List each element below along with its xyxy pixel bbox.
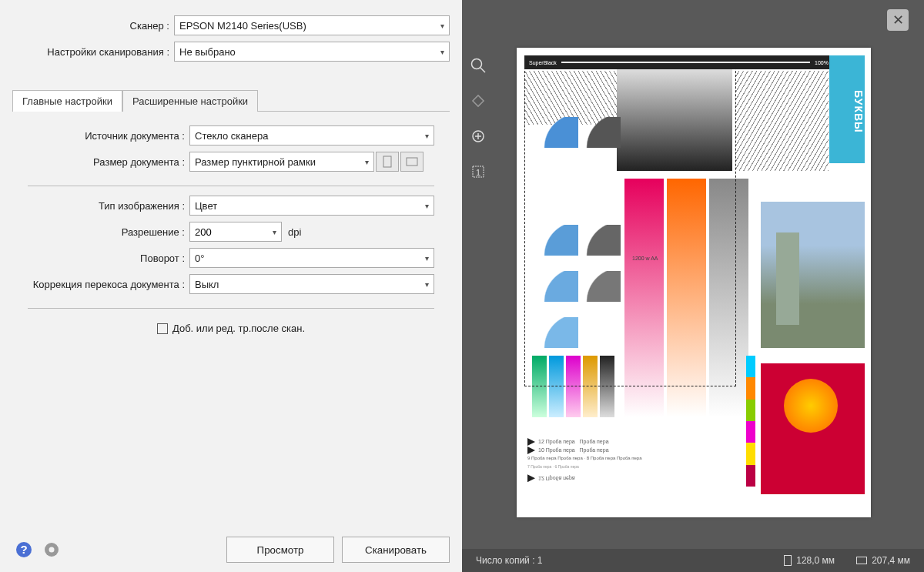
svg-rect-0 (383, 156, 391, 167)
page-portrait-icon (382, 156, 393, 168)
copies-value: 1 (537, 555, 543, 566)
chevron-down-icon: ▾ (425, 254, 429, 263)
svg-point-6 (472, 59, 482, 69)
rotation-label: Поворот : (28, 253, 189, 264)
preview-photo-industrial (761, 202, 865, 348)
image-type-label: Тип изображения : (28, 200, 189, 212)
scan-button[interactable]: Сканировать (342, 537, 450, 563)
edit-after-scan-checkbox[interactable] (157, 323, 168, 334)
scanner-label: Сканер : (12, 20, 174, 32)
doc-source-select[interactable]: Стекло сканера ▾ (189, 125, 434, 146)
copies-label: Число копий : (476, 555, 534, 566)
chevron-down-icon: ▾ (425, 202, 429, 210)
tab-main[interactable]: Главные настройки (12, 90, 122, 112)
close-preview-button[interactable]: ✕ (887, 9, 909, 31)
doc-size-value: Размер пунктирной рамки (195, 156, 316, 168)
preview-bukvy-block: БУКВЫ (829, 55, 865, 163)
rotate-tool[interactable] (467, 89, 490, 112)
width-icon (784, 555, 792, 566)
scan-preview[interactable]: SuperBlack 100% Black БУКВЫ 1200 w AA 12… (517, 48, 871, 517)
plus-circle-icon (470, 128, 487, 145)
resolution-unit: dpi (288, 226, 301, 238)
tab-advanced[interactable]: Расширенные настройки (122, 90, 258, 112)
chevron-down-icon: ▾ (365, 158, 369, 166)
scan-settings-select[interactable]: Не выбрано ▾ (174, 42, 450, 62)
chevron-down-icon: ▾ (440, 22, 444, 30)
rotation-select[interactable]: 0° ▾ (189, 248, 434, 268)
help-icon: ? (15, 540, 33, 559)
preview-text-block: 12 Проба пера Проба пера 10 Проба пера П… (524, 434, 748, 511)
scanner-select[interactable]: EPSON M2140 Series(USB) ▾ (174, 15, 450, 35)
edit-after-scan-label: Доб. или ред. тр.после скан. (172, 323, 305, 334)
page-number-tool[interactable]: 1 (467, 160, 490, 183)
page-one-icon: 1 (470, 163, 487, 180)
orientation-landscape-button[interactable] (400, 152, 424, 172)
settings-tabs: Главные настройки Расширенные настройки (12, 89, 450, 112)
skew-label: Коррекция перекоса документа : (28, 279, 189, 290)
resolution-value: 200 (195, 226, 212, 238)
image-type-value: Цвет (195, 200, 217, 212)
svg-text:1: 1 (476, 168, 480, 177)
page-landscape-icon (406, 156, 418, 167)
rotation-value: 0° (195, 253, 204, 264)
zoom-tool[interactable] (467, 54, 490, 77)
diamond-icon (470, 92, 487, 109)
divider (28, 186, 434, 186)
svg-rect-8 (473, 95, 484, 106)
doc-source-value: Стекло сканера (195, 130, 268, 142)
doc-size-select[interactable]: Размер пунктирной рамки ▾ (189, 152, 374, 172)
scan-settings-value: Не выбрано (179, 46, 236, 58)
orientation-portrait-button[interactable] (376, 152, 399, 172)
preview-button[interactable]: Просмотр (226, 537, 334, 563)
svg-rect-1 (407, 158, 417, 166)
divider (28, 308, 434, 309)
preview-photo-portrait (761, 363, 865, 494)
scanner-value: EPSON M2140 Series(USB) (179, 20, 306, 32)
close-icon: ✕ (892, 12, 904, 28)
svg-text:?: ? (20, 543, 27, 556)
gear-icon (42, 540, 61, 559)
resolution-select[interactable]: 200 ▾ (189, 222, 282, 242)
scan-settings-label: Настройки сканирования : (12, 46, 174, 58)
doc-size-label: Размер документа : (28, 156, 189, 168)
preview-resolution-lines (736, 71, 829, 171)
status-width: 128,0 мм (796, 555, 835, 566)
preview-status-bar: Число копий : 1 128,0 мм 207,4 мм (462, 549, 924, 572)
image-type-select[interactable]: Цвет ▾ (189, 196, 434, 216)
svg-point-5 (49, 547, 55, 553)
resolution-label: Разрешение : (28, 226, 189, 238)
skew-value: Выкл (195, 279, 219, 290)
add-page-tool[interactable] (467, 125, 490, 148)
help-button[interactable]: ? (12, 538, 35, 561)
svg-line-7 (480, 68, 485, 72)
magnifier-icon (470, 57, 487, 74)
chevron-down-icon: ▾ (425, 132, 429, 140)
height-icon (856, 557, 867, 564)
status-height: 207,4 мм (872, 555, 910, 566)
chevron-down-icon: ▾ (425, 280, 429, 289)
chevron-down-icon: ▾ (440, 48, 444, 56)
chevron-down-icon: ▾ (273, 228, 276, 236)
skew-select[interactable]: Выкл ▾ (189, 274, 434, 294)
selection-marquee[interactable] (524, 55, 736, 386)
settings-button[interactable] (40, 538, 63, 561)
doc-source-label: Источник документа : (28, 130, 189, 142)
